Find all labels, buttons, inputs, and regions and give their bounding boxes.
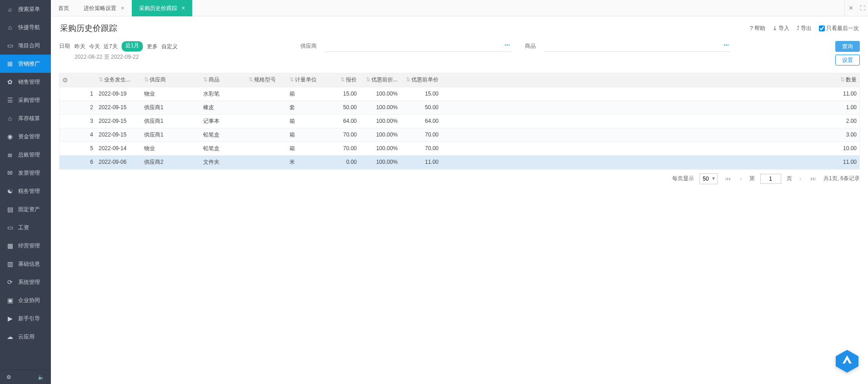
date-option-1[interactable]: 今天 [89, 43, 100, 51]
only-last-checkbox[interactable]: 只看最后一次 [819, 25, 859, 32]
sidebar-item-label: 库存核算 [18, 115, 40, 122]
sidebar-item-2[interactable]: ▭项目合同 [0, 36, 51, 55]
cell-product: 铅笔盒 [200, 128, 246, 141]
col-price[interactable]: ⇅报价 [323, 73, 359, 87]
sort-icon[interactable]: ⇅ [144, 76, 148, 83]
filter-product-label: 商品 [525, 41, 536, 51]
export-link[interactable]: ⤴导出 [797, 25, 812, 32]
sidebar-item-7[interactable]: ◉资金管理 [0, 127, 51, 146]
sidebar-item-11[interactable]: ▤固定资产 [0, 200, 51, 218]
cell-product: 文件夹 [200, 155, 246, 169]
page-last-icon[interactable]: ⏭ [808, 175, 818, 182]
cell-disc: 100.00% [359, 155, 400, 169]
sidebar-item-label: 新手引导 [18, 315, 40, 323]
sound-icon[interactable]: 🔈 [38, 374, 45, 380]
page-first-icon[interactable]: ⏮ [723, 175, 733, 182]
sidebar-item-label: 经营管理 [18, 242, 40, 250]
col-qty[interactable]: ⇅数量 [832, 73, 859, 87]
filter-date-range: 2022-08-22 至 2022-09-22 [75, 53, 178, 61]
table-row[interactable]: 62022-09-06供应商2文件夹米0.00100.00%11.0011.00 [60, 155, 859, 169]
import-link[interactable]: ⤓导入 [773, 25, 789, 32]
sidebar-item-6[interactable]: ⌂库存核算 [0, 109, 51, 127]
date-option-2[interactable]: 近7天 [104, 43, 118, 51]
sort-icon[interactable]: ⇅ [406, 76, 409, 83]
sort-icon[interactable]: ⇅ [340, 76, 344, 83]
sort-icon[interactable]: ⇅ [99, 76, 102, 83]
col-spec[interactable]: ⇅规格型号 [246, 73, 287, 87]
product-picker-icon[interactable]: ⋯ [723, 42, 729, 48]
sidebar-item-icon: ✉ [6, 169, 14, 177]
assistant-badge[interactable] [834, 349, 860, 374]
cell-date: 2022-09-15 [96, 114, 141, 128]
cell-price: 50.00 [323, 101, 359, 114]
tabs-close-all-icon[interactable]: × [844, 0, 857, 16]
filter-product-input[interactable] [544, 41, 730, 52]
sidebar-item-0[interactable]: ⌕搜索菜单 [0, 0, 51, 18]
date-option-3[interactable]: 近1月 [121, 41, 144, 52]
sidebar-item-16[interactable]: ▣企业协同 [0, 291, 51, 309]
sidebar-item-12[interactable]: ▭工资 [0, 218, 51, 237]
table-row[interactable]: 32022-09-15供应商1记事本箱64.00100.00%64.002.00 [60, 114, 859, 128]
cell-product: 记事本 [200, 114, 246, 128]
per-page-select[interactable]: 50 [699, 173, 718, 184]
sidebar: ⌕搜索菜单⌂快捷导航▭项目合同⊞营销推广✿销售管理☰采购管理⌂库存核算◉资金管理… [0, 0, 51, 384]
sidebar-item-label: 税务管理 [18, 187, 40, 195]
table-row[interactable]: 12022-09-19物业水彩笔箱15.00100.00%15.0011.00 [60, 87, 859, 101]
col-supplier[interactable]: ⇅供应商 [141, 73, 200, 87]
tab-0[interactable]: 首页 [51, 0, 76, 16]
sidebar-item-4[interactable]: ✿销售管理 [0, 73, 51, 91]
sidebar-item-9[interactable]: ✉发票管理 [0, 164, 51, 182]
sidebar-item-18[interactable]: ☁云应用 [0, 328, 51, 346]
sidebar-item-14[interactable]: ▥基础信息 [0, 255, 51, 273]
cell-unit: 套 [287, 101, 323, 114]
sort-icon[interactable]: ⇅ [289, 76, 293, 83]
cell-gear [60, 87, 78, 101]
col-disc[interactable]: ⇅优惠前折... [359, 73, 400, 87]
query-button[interactable]: 查询 [835, 41, 860, 52]
col-unit[interactable]: ⇅计量单位 [287, 73, 323, 87]
only-last-checkbox-input[interactable] [819, 25, 825, 31]
sort-icon[interactable]: ⇅ [203, 76, 207, 83]
settings-gear-icon[interactable]: ⚙ [6, 374, 11, 380]
sidebar-item-icon: ▥ [6, 260, 14, 268]
col-gear[interactable]: ⚙ [60, 73, 78, 87]
table-row[interactable]: 52022-09-14物业铅笔盒箱70.00100.00%70.0010.00 [60, 141, 859, 155]
sidebar-item-1[interactable]: ⌂快捷导航 [0, 18, 51, 36]
help-link[interactable]: ?帮助 [750, 25, 765, 32]
table-row[interactable]: 42022-09-15供应商1铅笔盒箱70.00100.00%70.003.00 [60, 128, 859, 141]
sidebar-item-5[interactable]: ☰采购管理 [0, 91, 51, 109]
sort-icon[interactable]: ⇅ [249, 76, 252, 83]
sidebar-item-13[interactable]: ▦经营管理 [0, 237, 51, 255]
page-prev-icon[interactable]: ‹ [738, 175, 743, 182]
sidebar-item-icon: ▶ [6, 315, 14, 322]
sidebar-item-17[interactable]: ▶新手引导 [0, 309, 51, 328]
sidebar-item-label: 工资 [18, 224, 29, 232]
sidebar-item-10[interactable]: ☯税务管理 [0, 182, 51, 200]
table-settings-icon[interactable]: ⚙ [62, 76, 68, 84]
col-gap[interactable] [441, 73, 832, 87]
page-input[interactable] [760, 174, 781, 184]
tab-2[interactable]: 采购历史价跟踪 [132, 0, 193, 16]
date-option-4[interactable]: 更多 [147, 43, 158, 51]
fullscreen-icon[interactable]: ⛶ [857, 0, 868, 16]
supplier-picker-icon[interactable]: ⋯ [504, 42, 510, 48]
col-product[interactable]: ⇅商品 [200, 73, 246, 87]
settings-button[interactable]: 设置 [835, 55, 860, 66]
cell-date: 2022-09-15 [96, 101, 141, 114]
sidebar-item-15[interactable]: ⟳系统管理 [0, 273, 51, 291]
tab-1[interactable]: 进价策略设置 [76, 0, 132, 16]
import-icon: ⤓ [773, 25, 777, 31]
page-next-icon[interactable]: › [798, 175, 803, 182]
filter-supplier-input[interactable] [325, 41, 511, 52]
col-date[interactable]: ⇅业务发生... [96, 73, 141, 87]
sort-icon[interactable]: ⇅ [840, 76, 844, 83]
col-idx[interactable] [78, 73, 96, 87]
sidebar-item-8[interactable]: ≣总账管理 [0, 146, 51, 164]
date-option-0[interactable]: 昨天 [75, 43, 85, 51]
col-uprice[interactable]: ⇅优惠前单价 [400, 73, 441, 87]
cell-gear [60, 155, 78, 169]
sort-icon[interactable]: ⇅ [366, 76, 369, 83]
date-option-5[interactable]: 自定义 [161, 43, 178, 51]
table-row[interactable]: 22022-09-15供应商1橡皮套50.00100.00%50.001.00 [60, 101, 859, 114]
sidebar-item-3[interactable]: ⊞营销推广 [0, 55, 51, 73]
